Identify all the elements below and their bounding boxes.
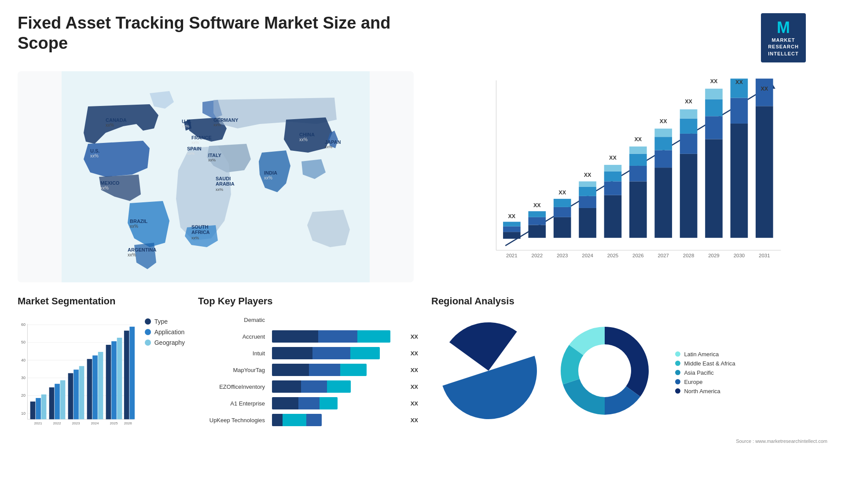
svg-text:JAPAN: JAPAN [325,139,341,145]
svg-text:10: 10 [21,411,26,416]
svg-rect-111 [30,402,36,419]
svg-text:2030: 2030 [734,253,745,258]
svg-text:xx%: xx% [187,151,195,156]
svg-rect-125 [98,352,103,419]
player-accruent: Accruent XX [198,330,418,343]
svg-point-134 [579,345,630,396]
svg-text:CANADA: CANADA [106,117,127,123]
svg-text:XX: XX [710,78,718,84]
svg-rect-48 [554,207,571,217]
player-bar-dematic [272,314,418,326]
north-america-label: North America [684,388,720,394]
regional-title: Regional Analysis [431,296,827,307]
svg-text:XX: XX [660,118,667,124]
svg-text:XX: XX [584,172,592,178]
page-title: Fixed Asset Tracking Software Market Siz… [18,13,414,53]
donut-segments [561,327,649,415]
svg-text:ITALY: ITALY [208,153,222,158]
page-header: Fixed Asset Tracking Software Market Siz… [18,13,827,62]
svg-rect-64 [629,182,647,238]
svg-rect-120 [73,370,79,420]
segmentation-chart-area: 60 50 40 30 20 10 [18,314,185,438]
world-map: CANADA xx% U.S. xx% MEXICO xx% BRAZIL xx… [18,71,414,282]
svg-text:AFRICA: AFRICA [191,230,210,235]
svg-text:2023: 2023 [557,253,568,258]
svg-rect-82 [705,139,723,238]
player-dematic: Dematic [198,314,418,326]
player-a1enterprise: A1 Enterprise XX [198,397,418,409]
svg-text:xx%: xx% [208,158,216,162]
player-name-mapyourtag: MapYourTag [198,367,268,373]
player-val-upkeep: XX [411,417,418,424]
svg-text:SOUTH: SOUTH [191,224,209,230]
svg-rect-55 [579,182,596,187]
svg-text:2025: 2025 [607,253,619,258]
svg-rect-127 [106,345,111,419]
svg-rect-60 [604,172,622,182]
svg-text:xx%: xx% [130,224,138,229]
north-america-dot [675,388,680,394]
svg-text:2023: 2023 [72,421,80,425]
svg-rect-37 [503,232,521,239]
svg-text:XX: XX [685,99,692,105]
player-val-accruent: XX [411,333,418,340]
svg-rect-39 [503,222,521,226]
svg-text:CHINA: CHINA [299,132,315,137]
svg-text:XX: XX [609,155,617,161]
legend-europe: Europe [675,379,735,385]
bottom-section: Market Segmentation 60 50 40 30 20 10 [18,296,827,463]
middle-east-africa-dot [675,361,680,366]
growth-chart-svg: XX 2021 XX 2022 XX 2023 XX 2024 [431,71,827,282]
svg-rect-85 [705,89,723,99]
svg-text:SAUDI: SAUDI [216,176,231,181]
svg-rect-44 [528,211,546,217]
svg-text:50: 50 [21,340,26,345]
svg-text:2027: 2027 [658,253,669,258]
regional-content: Latin America Middle East & Africa Asia … [431,314,827,430]
growth-chart-container: XX 2021 XX 2022 XX 2023 XX 2024 [431,71,827,282]
player-bar-a1enterprise [272,397,404,409]
svg-rect-123 [87,359,92,419]
svg-text:xx%: xx% [100,186,109,190]
europe-label: Europe [684,379,702,385]
asia-pacific-dot [675,370,680,375]
svg-rect-124 [92,355,98,419]
legend-north-america: North America [675,388,735,394]
player-bar-accruent [272,330,404,343]
svg-rect-117 [60,380,66,420]
player-bar-ezofficeinventory [272,380,404,393]
player-name-dematic: Dematic [198,317,268,323]
svg-text:2021: 2021 [34,421,42,425]
svg-rect-52 [579,208,596,238]
svg-rect-49 [554,199,571,207]
type-legend-dot [145,318,151,325]
svg-rect-53 [579,196,596,208]
svg-rect-42 [528,225,546,238]
svg-rect-73 [654,129,672,137]
svg-rect-61 [604,165,622,172]
player-name-accruent: Accruent [198,333,268,340]
application-legend-dot [145,329,151,335]
player-mapyourtag: MapYourTag XX [198,364,418,376]
svg-rect-88 [731,124,748,238]
svg-text:INDIA: INDIA [264,170,277,175]
svg-text:2024: 2024 [582,253,593,258]
segmentation-section: Market Segmentation 60 50 40 30 20 10 [18,296,185,463]
player-intuit: Intuit XX [198,347,418,359]
world-map-svg: CANADA xx% U.S. xx% MEXICO xx% BRAZIL xx… [18,71,414,282]
svg-rect-78 [680,119,698,134]
geography-legend-dot [145,340,151,346]
svg-rect-121 [79,366,84,420]
legend-application: Application [145,329,185,336]
top-section: CANADA xx% U.S. xx% MEXICO xx% BRAZIL xx… [18,71,827,282]
application-legend-label: Application [154,329,185,336]
svg-rect-113 [41,394,47,419]
regional-legend: Latin America Middle East & Africa Asia … [675,351,735,397]
svg-rect-65 [629,166,647,181]
svg-text:xx%: xx% [182,124,189,128]
logo-text: MARKET RESEARCH INTELLECT [768,37,799,57]
svg-text:20: 20 [21,393,26,398]
svg-text:xx%: xx% [216,187,223,192]
logo: M MARKET RESEARCH INTELLECT [739,13,827,62]
svg-text:xx%: xx% [213,123,221,127]
